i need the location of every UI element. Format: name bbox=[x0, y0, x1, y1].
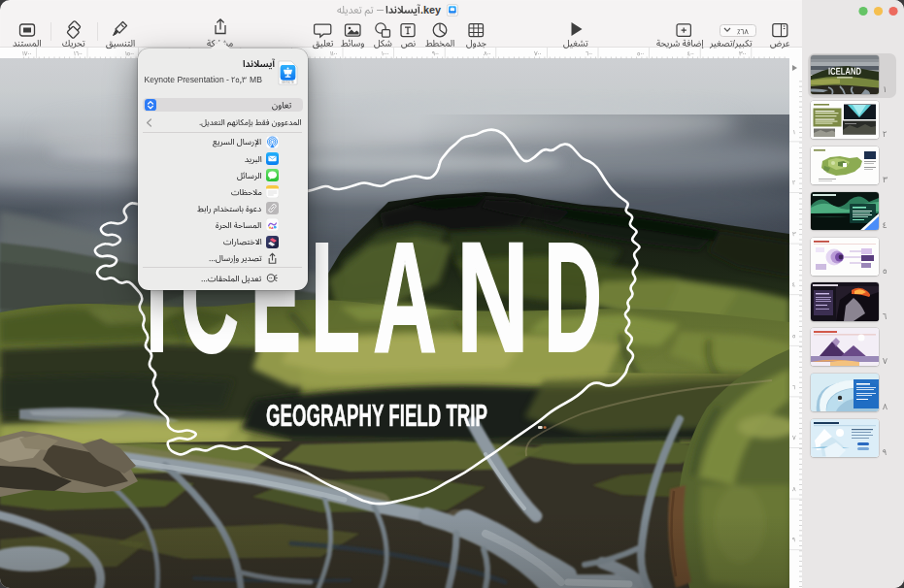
svg-text:L: L bbox=[311, 209, 360, 384]
svg-text:A: A bbox=[373, 209, 437, 384]
svg-text:D: D bbox=[544, 209, 602, 384]
svg-text:N: N bbox=[456, 209, 529, 384]
svg-text:KEYNOTE: KEYNOTE bbox=[282, 81, 294, 84]
svg-text:GEOGRAPHY FIELD TRIP: GEOGRAPHY FIELD TRIP bbox=[266, 399, 487, 432]
